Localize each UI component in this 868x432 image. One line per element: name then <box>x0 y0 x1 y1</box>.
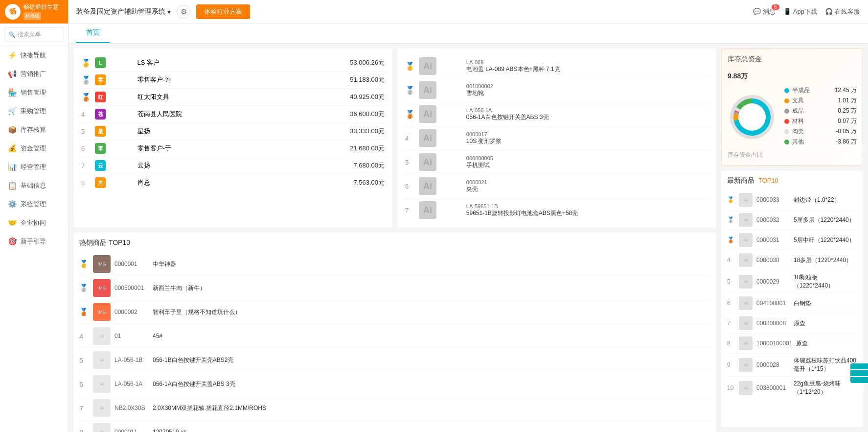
sales-ranking-panel: 🥇 Ai LA-089 电池盖 LA-089 ABS本色+黑种 7.1克 🥈 A… <box>397 48 716 228</box>
gear-icon: ⚙ <box>181 7 187 16</box>
product-code: 0000011 <box>114 429 149 432</box>
sidebar: 畅 畅捷通好生意 标准版 🔍 搜索菜单 ⚡ 快捷导航 📢 营销推广 🏪 销售管理… <box>0 0 69 432</box>
product-name: 59651-1B旋转投影灯电池盒ABS黑色+58壳 <box>466 209 708 217</box>
legend-dot <box>784 140 789 144</box>
sidebar-item-marketing[interactable]: 📢 营销推广 <box>0 65 68 83</box>
trial-button[interactable]: 体验行业方案 <box>196 4 250 19</box>
product-code: LA-056-1A <box>114 381 149 387</box>
sidebar-item-quick[interactable]: ⚡ 快捷导航 <box>0 46 68 65</box>
sidebar-item-inventory[interactable]: 📦 库存核算 <box>0 120 68 139</box>
legend-item: 文具 1.01 万 <box>784 96 857 105</box>
product-thumb-cell: Ai <box>417 174 462 198</box>
new-product-item: 🥉 Ai 0000031 5层中纤（1220*2440） <box>727 230 857 250</box>
product-info: LA-59651-1B 59651-1B旋转投影灯电池盒ABS黑色+58壳 <box>462 198 710 222</box>
rank-number: 5 <box>727 278 735 285</box>
product-info: LA-056-1A 056-1A白色按键开关盖ABS 3壳 <box>462 102 710 126</box>
rank-number: 🥈 <box>79 72 93 89</box>
product-name: 手机测试 <box>466 161 708 169</box>
legend-dot <box>784 109 789 114</box>
customer-rank-row: 8 肖 肖总 7,563.00元 <box>79 174 387 192</box>
sidebar-item-guide[interactable]: 🎯 新手引导 <box>0 232 68 251</box>
rank-badge-cell: 星 <box>93 123 136 140</box>
customer-badge: 云 <box>95 160 106 171</box>
new-product-item: 8 Ai 10000100001 原查 <box>727 334 857 354</box>
product-thumb-cell: Ai <box>417 102 462 126</box>
product-info: 0000017 10S 变刑罗浆 <box>462 126 710 150</box>
customer-name: 肖总 <box>136 174 275 192</box>
product-thumb: IMG <box>93 279 111 297</box>
tab-home[interactable]: 首页 <box>76 24 110 43</box>
notifications-button[interactable]: 💬 消息 6 <box>753 7 776 16</box>
main-content: 装备及固定资产辅助管理系统 ▾ ⚙ 体验行业方案 💬 消息 6 📱 App下载 … <box>69 0 868 432</box>
product-thumb: Ai <box>419 201 436 219</box>
new-product-item: 10 Ai 003800001 22g鱼豆腐-烧烤味（1*12*20） <box>727 377 857 399</box>
notification-icon: 💬 <box>753 8 761 15</box>
product-name: 中华神器 <box>153 260 176 268</box>
sidebar-item-enterprise[interactable]: 🤝 企业协同 <box>0 214 68 232</box>
rank-badge-cell: 云 <box>93 157 136 174</box>
float-service-button[interactable]: 客服热线 <box>850 363 868 369</box>
new-product-item: 🥈 Ai 0000032 5厘多层（1220*2440） <box>727 210 857 230</box>
enterprise-icon: 🤝 <box>8 218 17 227</box>
settings-button[interactable]: ⚙ <box>177 5 190 19</box>
product-thumb: Ai <box>739 381 753 395</box>
customer-badge: 红 <box>95 92 106 102</box>
online-service-button[interactable]: 🎧 在线客服 <box>825 7 860 16</box>
customer-rank-row: 🥉 红 红太阳文具 40,925.00元 <box>79 89 387 106</box>
sidebar-item-operation[interactable]: 📊 经营管理 <box>0 158 68 176</box>
product-name: 封边带（1.0*22） <box>794 196 857 204</box>
customer-amount: 33,333.00元 <box>275 123 387 140</box>
online-service-label: 在线客服 <box>835 7 860 16</box>
rank-number: 🥇 <box>727 196 735 203</box>
rank-number: 5 <box>403 150 417 174</box>
legend-item: 其他 -3.86 万 <box>784 138 857 146</box>
rank-badge-cell: 肖 <box>93 174 136 192</box>
sales-rank-row: 🥈 Ai 001000002 雪地靴 <box>403 78 710 102</box>
product-thumb: Ai <box>93 351 111 369</box>
app-download-button[interactable]: 📱 App下载 <box>783 7 817 16</box>
rank-number: 🥇 <box>79 260 89 268</box>
product-name: 雪地靴 <box>466 89 708 97</box>
product-thumb: Ai <box>739 336 753 350</box>
float-service-button[interactable]: 直播 <box>850 377 868 383</box>
system-selector[interactable]: 装备及固定资产辅助管理系统 ▾ <box>76 7 171 16</box>
hot-product-item: 🥇 IMG 0000001 中华神器 <box>79 252 710 276</box>
customer-badge: 星 <box>95 126 106 137</box>
product-thumb: Ai <box>739 296 753 310</box>
sidebar-item-finance[interactable]: 💰 资金管理 <box>0 139 68 158</box>
rank-number: 5 <box>79 123 93 140</box>
rank-number: 🥈 <box>79 284 89 292</box>
hot-product-item: 🥈 IMG 000500001 新西兰牛肉（新牛） <box>79 276 710 300</box>
product-name: 056-1A白色按键开关盖ABS 3壳 <box>466 113 708 121</box>
search-menu-button[interactable]: 🔍 搜索菜单 <box>4 27 64 42</box>
product-name: 18颗粒板（1220*2440） <box>794 273 857 290</box>
legend-label: 其他 <box>792 138 833 146</box>
sidebar-item-system[interactable]: ⚙️ 系统管理 <box>0 195 68 214</box>
inventory-card: 库存总资金 9.88万 半成品 12.45 万 <box>721 48 863 166</box>
customer-name: 零售客户-于 <box>136 140 275 157</box>
sidebar-item-basic[interactable]: 📋 基础信息 <box>0 176 68 195</box>
legend-value: -0.05 万 <box>836 127 857 136</box>
float-service-button[interactable]: 服务社区 <box>850 370 868 376</box>
product-thumb: Ai <box>93 399 111 417</box>
product-info: LA-089 电池盖 LA-089 ABS本色+黑种 7.1克 <box>462 54 710 78</box>
customer-amount: 21,680.00元 <box>275 140 387 157</box>
sidebar-item-label: 营销推广 <box>21 70 46 78</box>
sidebar-item-label: 新手引导 <box>21 237 46 246</box>
product-thumb: Ai <box>739 275 753 288</box>
product-thumb: Ai <box>739 193 753 207</box>
product-code: 0000030 <box>756 257 790 264</box>
new-products-list: 🥇 Ai 0000033 封边带（1.0*22） 🥈 Ai 0000032 5厘… <box>727 190 857 399</box>
product-code: 01 <box>114 333 149 339</box>
new-product-item: 4 Ai 0000030 18多层（1220*2440） <box>727 250 857 270</box>
product-code: LA-056-1A <box>466 107 708 113</box>
product-code: 0000029 <box>756 278 790 285</box>
customer-name: 零售客户-许 <box>136 72 275 89</box>
product-thumb: Ai <box>739 213 753 227</box>
rank-number: 8 <box>727 340 735 347</box>
product-name: 45# <box>153 333 162 339</box>
sales-rank-row: 4 Ai 0000017 10S 变刑罗浆 <box>403 126 710 150</box>
search-menu-label: 搜索菜单 <box>18 30 41 39</box>
sidebar-item-sales[interactable]: 🏪 销售管理 <box>0 83 68 102</box>
sidebar-item-purchase[interactable]: 🛒 采购管理 <box>0 102 68 120</box>
